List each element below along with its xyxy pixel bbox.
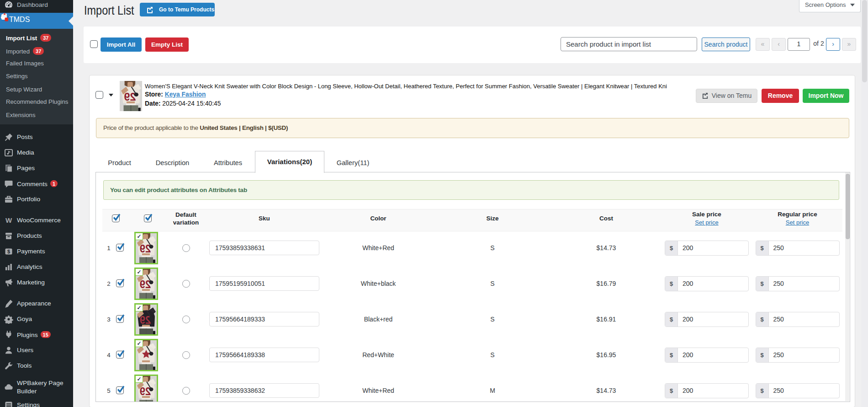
svg-text:29: 29 [140, 243, 151, 255]
svg-text:$: $ [7, 249, 10, 254]
svg-text:29: 29 [124, 91, 136, 103]
svg-text:W: W [5, 216, 12, 224]
svg-text:29: 29 [140, 386, 151, 397]
svg-text:29: 29 [140, 314, 151, 326]
svg-text:29: 29 [140, 278, 151, 290]
